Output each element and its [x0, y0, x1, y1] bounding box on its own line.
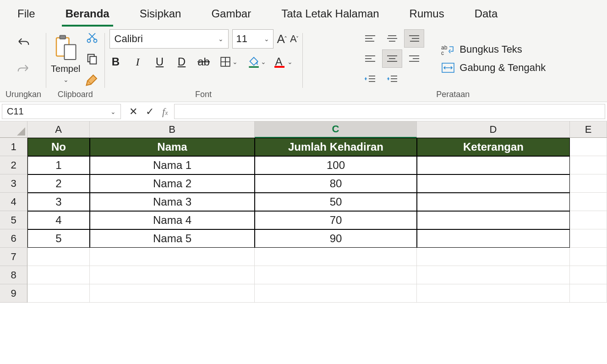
tab-file[interactable]: File: [14, 7, 39, 27]
cell-C8[interactable]: [255, 266, 417, 284]
cell-B7[interactable]: [90, 248, 255, 266]
row-header-5[interactable]: 5: [0, 211, 27, 229]
cell-B5[interactable]: Nama 4: [90, 211, 255, 229]
cell-D7[interactable]: [417, 248, 570, 266]
col-header-D[interactable]: D: [417, 121, 570, 138]
paste-button[interactable]: [52, 34, 79, 62]
cell-E3[interactable]: [570, 174, 607, 193]
strikethrough-button[interactable]: ab: [197, 55, 210, 68]
fx-icon[interactable]: fx: [162, 106, 168, 118]
col-header-B[interactable]: B: [90, 121, 255, 138]
font-size-select[interactable]: 11⌄: [232, 29, 273, 49]
align-middle-right[interactable]: [404, 49, 424, 68]
cell-D8[interactable]: [417, 266, 570, 284]
fill-color-button[interactable]: ⌄: [247, 55, 266, 68]
cell-E8[interactable]: [570, 266, 607, 284]
align-middle-center[interactable]: [382, 49, 402, 68]
redo-button[interactable]: [16, 61, 31, 77]
cell-D4[interactable]: [417, 193, 570, 211]
cell-B8[interactable]: [90, 266, 255, 284]
cell-B4[interactable]: Nama 3: [90, 193, 255, 211]
paste-dropdown[interactable]: ⌄: [63, 76, 69, 83]
cell-E5[interactable]: [570, 211, 607, 229]
align-top-left[interactable]: [360, 29, 380, 48]
select-all-corner[interactable]: [0, 121, 27, 138]
paste-label[interactable]: Tempel: [51, 64, 80, 74]
cell-E9[interactable]: [570, 284, 607, 303]
font-color-button[interactable]: A ⌄: [275, 55, 293, 69]
cell-E4[interactable]: [570, 193, 607, 211]
format-painter-button[interactable]: [84, 72, 100, 87]
cell-D6[interactable]: [417, 229, 570, 248]
cell-D1[interactable]: Keterangan: [417, 138, 570, 156]
double-underline-button[interactable]: D: [175, 55, 188, 68]
decrease-font-button[interactable]: A˅: [290, 33, 298, 45]
cell-B9[interactable]: [90, 284, 255, 303]
accept-formula-button[interactable]: ✓: [146, 106, 154, 118]
cell-C6[interactable]: 90: [255, 229, 417, 248]
merge-center-button[interactable]: Gabung & Tengahk: [441, 61, 546, 74]
increase-indent[interactable]: [382, 70, 402, 88]
cell-E6[interactable]: [570, 229, 607, 248]
cell-D5[interactable]: [417, 211, 570, 229]
align-middle-left[interactable]: [360, 49, 380, 68]
cell-A7[interactable]: [27, 248, 90, 266]
cell-C9[interactable]: [255, 284, 417, 303]
row-header-4[interactable]: 4: [0, 193, 27, 211]
decrease-indent[interactable]: [360, 70, 380, 88]
cut-button[interactable]: [84, 30, 100, 45]
cell-C2[interactable]: 100: [255, 156, 417, 174]
italic-button[interactable]: I: [131, 56, 144, 68]
formula-input[interactable]: [174, 104, 605, 119]
tab-page-layout[interactable]: Tata Letak Halaman: [278, 7, 383, 27]
undo-button[interactable]: [16, 35, 31, 50]
cell-B3[interactable]: Nama 2: [90, 174, 255, 193]
borders-button[interactable]: ⌄: [219, 56, 238, 68]
row-header-1[interactable]: 1: [0, 138, 27, 156]
tab-draw[interactable]: Gambar: [208, 7, 255, 27]
cell-D2[interactable]: [417, 156, 570, 174]
cell-D9[interactable]: [417, 284, 570, 303]
col-header-A[interactable]: A: [27, 121, 90, 138]
row-header-9[interactable]: 9: [0, 284, 27, 303]
tab-insert[interactable]: Sisipkan: [136, 7, 185, 27]
cell-E2[interactable]: [570, 156, 607, 174]
cell-A4[interactable]: 3: [27, 193, 90, 211]
tab-data[interactable]: Data: [471, 7, 502, 27]
align-top-center[interactable]: [382, 29, 402, 48]
col-header-C[interactable]: C: [255, 121, 417, 138]
cell-A5[interactable]: 4: [27, 211, 90, 229]
cell-C7[interactable]: [255, 248, 417, 266]
cell-B2[interactable]: Nama 1: [90, 156, 255, 174]
cell-A2[interactable]: 1: [27, 156, 90, 174]
row-header-8[interactable]: 8: [0, 266, 27, 284]
col-header-E[interactable]: E: [570, 121, 607, 138]
name-box[interactable]: C11 ⌄: [2, 104, 121, 119]
underline-button[interactable]: U: [153, 55, 166, 68]
cell-A9[interactable]: [27, 284, 90, 303]
wrap-text-button[interactable]: abc Bungkus Teks: [441, 43, 546, 56]
cell-C1[interactable]: Jumlah Kehadiran: [255, 138, 417, 156]
cell-A8[interactable]: [27, 266, 90, 284]
row-header-2[interactable]: 2: [0, 156, 27, 174]
cell-E1[interactable]: [570, 138, 607, 156]
row-header-3[interactable]: 3: [0, 174, 27, 193]
cell-B6[interactable]: Nama 5: [90, 229, 255, 248]
cell-A6[interactable]: 5: [27, 229, 90, 248]
cell-C4[interactable]: 50: [255, 193, 417, 211]
font-name-select[interactable]: Calibri⌄: [109, 29, 229, 49]
row-header-6[interactable]: 6: [0, 229, 27, 248]
cell-E7[interactable]: [570, 248, 607, 266]
increase-font-button[interactable]: A˄: [277, 32, 286, 46]
bold-button[interactable]: B: [109, 55, 122, 68]
cell-A1[interactable]: No: [27, 138, 90, 156]
tab-formulas[interactable]: Rumus: [406, 7, 448, 27]
tab-home[interactable]: Beranda: [62, 7, 113, 27]
copy-button[interactable]: [84, 51, 100, 66]
cell-A3[interactable]: 2: [27, 174, 90, 193]
cell-B1[interactable]: Nama: [90, 138, 255, 156]
cell-D3[interactable]: [417, 174, 570, 193]
cell-C3[interactable]: 80: [255, 174, 417, 193]
cell-C5[interactable]: 70: [255, 211, 417, 229]
cancel-formula-button[interactable]: ✕: [129, 106, 137, 118]
